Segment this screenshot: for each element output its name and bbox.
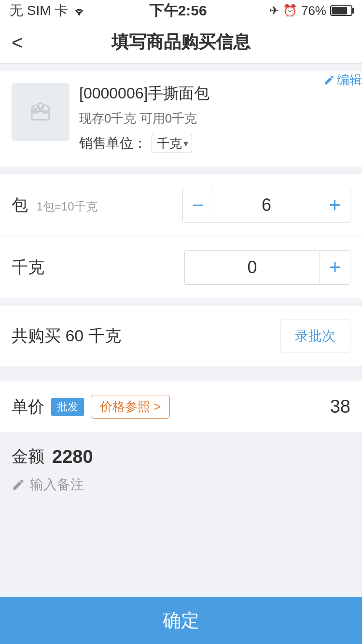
edit-button[interactable]: 编辑 — [323, 71, 362, 88]
alarm-icon: ⏰ — [283, 4, 297, 17]
unit-select[interactable]: 千克 — [152, 134, 192, 153]
bao-row: 包 1包=10千克 − + — [0, 174, 362, 237]
product-stock: 现存0千克 可用0千克 — [79, 110, 350, 127]
wifi-icon — [72, 5, 86, 16]
note-icon — [12, 478, 25, 491]
bao-minus-button[interactable]: − — [182, 188, 213, 223]
back-button[interactable]: < — [12, 33, 23, 52]
bao-label: 包 1包=10千克 — [12, 194, 182, 216]
price-section: 单价 批发 价格参照 > 38 — [0, 381, 362, 432]
amount-row: 金额 2280 — [12, 446, 350, 468]
bao-input[interactable] — [213, 188, 320, 223]
bao-controls: − + — [182, 188, 350, 223]
product-card: [0000006]手撕面包 现存0千克 可用0千克 销售单位： 千克 编辑 — [0, 71, 362, 167]
kg-label: 千克 — [12, 256, 184, 279]
gps-icon: ✈ — [269, 4, 279, 17]
bao-hint: 1包=10千克 — [36, 200, 97, 213]
status-time: 下午2:56 — [149, 1, 207, 21]
amount-value: 2280 — [52, 447, 93, 467]
kg-row: 千克 + — [0, 237, 362, 298]
bao-plus-button[interactable]: + — [320, 188, 350, 223]
product-thumbnail — [12, 83, 70, 141]
page-title: 填写商品购买信息 — [111, 30, 251, 54]
amount-section: 金额 2280 输入备注 — [0, 432, 362, 501]
note-placeholder: 输入备注 — [30, 476, 84, 494]
quantity-section: 包 1包=10千克 − + 千克 + — [0, 174, 362, 298]
battery-icon — [330, 5, 352, 16]
svg-point-2 — [34, 108, 37, 111]
product-info: [0000006]手撕面包 现存0千克 可用0千克 销售单位： 千克 — [79, 83, 350, 153]
kg-input[interactable] — [184, 250, 320, 285]
edit-icon — [323, 74, 335, 86]
battery-percent: 76% — [301, 3, 326, 18]
amount-label: 金额 — [12, 446, 44, 468]
kg-controls: + — [184, 250, 350, 285]
unit-select-wrap[interactable]: 千克 — [152, 134, 192, 153]
kg-plus-button[interactable]: + — [320, 250, 350, 285]
status-carrier: 无 SIM 卡 — [10, 1, 86, 20]
summary-section: 共购买 60 千克 录批次 — [0, 306, 362, 366]
product-unit-row: 销售单位： 千克 — [79, 134, 350, 153]
edit-label: 编辑 — [337, 71, 362, 88]
carrier-text: 无 SIM 卡 — [10, 1, 68, 20]
price-type-tag: 批发 — [51, 398, 84, 416]
price-label: 单价 — [12, 396, 44, 418]
svg-point-0 — [78, 14, 80, 15]
note-row[interactable]: 输入备注 — [12, 476, 350, 494]
status-right: ✈ ⏰ 76% — [269, 3, 352, 18]
summary-text: 共购买 60 千克 — [12, 325, 121, 347]
status-bar: 无 SIM 卡 下午2:56 ✈ ⏰ 76% — [0, 0, 362, 21]
confirm-button[interactable]: 确定 — [0, 597, 362, 644]
divider-1 — [0, 366, 362, 374]
nav-bar: < 填写商品购买信息 — [0, 21, 362, 64]
price-ref-button[interactable]: 价格参照 > — [91, 395, 170, 419]
product-name: [0000006]手撕面包 — [79, 83, 350, 104]
batch-button[interactable]: 录批次 — [280, 320, 350, 352]
unit-label: 销售单位： — [79, 134, 147, 153]
price-value: 38 — [330, 396, 350, 417]
